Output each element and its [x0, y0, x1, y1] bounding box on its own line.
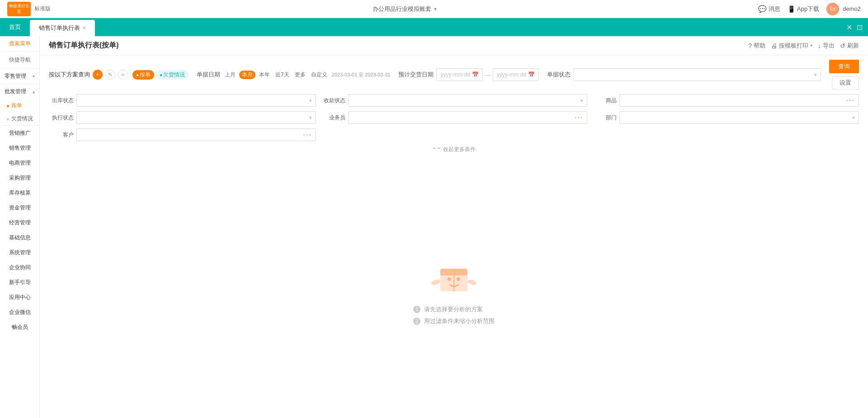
sidebar-search-label[interactable]: 搜索菜单: [4, 40, 36, 48]
sidebar-wholesale-label: 批发管理: [5, 88, 26, 95]
tab-sales-order-exec[interactable]: 销售订单执行表 ×: [30, 20, 95, 36]
empty-tip-2: 2 用过滤条件来缩小分析范围: [413, 317, 495, 325]
refresh-btn[interactable]: ↺ 刷新: [840, 42, 859, 50]
sidebar-item-member[interactable]: 畅会员: [0, 320, 39, 335]
page-title: 销售订单执行表(按单): [49, 41, 119, 50]
main-layout: 搜索菜单 快捷导航 零售管理 ▾ 批发管理 ▴ ● 按单 ● 欠货情况: [0, 36, 868, 418]
content-area: 销售订单执行表(按单) ? 帮助 🖨 按模板打印 ▾ ↓ 导出 ↺ 刷新: [40, 36, 868, 418]
sidebar-item-newbie[interactable]: 新手引导: [0, 275, 39, 290]
collapse-scheme-btn[interactable]: «: [118, 70, 128, 80]
sidebar-item-marketing[interactable]: 营销推广: [0, 126, 39, 141]
sidebar-item-wechat[interactable]: 企业微信: [0, 305, 39, 320]
topbar-center[interactable]: 办公用品行业模拟账套 ▾: [373, 5, 437, 13]
sidebar-item-purchase[interactable]: 采购管理: [0, 171, 39, 185]
page-selector-label: 办公用品行业模拟账套: [373, 5, 431, 13]
export-label: 导出: [823, 42, 835, 50]
collapse-up-icon: ⌃⌃: [432, 147, 441, 153]
scheme-tabs: ● 按单 ● 欠货情况: [132, 70, 189, 80]
sidebar-item-system[interactable]: 系统管理: [0, 245, 39, 260]
export-icon: ↓: [818, 42, 821, 49]
predict-date-end[interactable]: yyyy-mm-dd 📅: [493, 68, 539, 81]
collect-status-label: 收款状态: [321, 97, 345, 104]
goods-select[interactable]: ···: [619, 94, 859, 107]
edit-scheme-btn[interactable]: ✎: [105, 70, 115, 80]
tab-home[interactable]: 首页: [0, 18, 30, 36]
scheme-tab-shortage[interactable]: ● 欠货情况: [156, 70, 189, 80]
tab-home-label: 首页: [9, 23, 21, 31]
sidebar-sub-shortage[interactable]: ● 欠货情况: [0, 112, 39, 125]
date-tab-prev-month[interactable]: 上月: [223, 71, 237, 79]
date-tabs: 上月 本月 本年 近7天 更多 自定义: [223, 71, 329, 79]
out-status-select[interactable]: ▾: [76, 94, 316, 107]
sidebar-sub-by-order[interactable]: ● 按单: [0, 99, 39, 112]
tip-num-2: 2: [413, 318, 420, 325]
print-btn[interactable]: 🖨 按模板打印 ▾: [771, 42, 812, 50]
topbar-right: 💬 消息 📱 App下载 Ea demo2: [758, 3, 861, 15]
tab-close-icon[interactable]: ×: [83, 25, 86, 31]
message-btn[interactable]: 💬 消息: [758, 5, 780, 13]
sidebar-item-ecommerce[interactable]: 电商管理: [0, 156, 39, 171]
sidebar-item-basic-info[interactable]: 基础信息: [0, 230, 39, 245]
app-label: App下载: [797, 5, 819, 13]
sidebar-item-inventory[interactable]: 库存核算: [0, 185, 39, 200]
username: demo2: [843, 5, 861, 12]
sidebar-quick-nav-label[interactable]: 快捷导航: [0, 54, 39, 66]
query-btn[interactable]: 查询: [829, 60, 859, 73]
predict-date-start[interactable]: yyyy-mm-dd 📅: [436, 68, 482, 81]
date-tab-this-year[interactable]: 本年: [257, 71, 272, 79]
sidebar-retail-label: 零售管理: [5, 72, 26, 80]
sidebar-quick-nav[interactable]: 快捷导航: [0, 52, 39, 69]
sidebar-item-enterprise[interactable]: 企业协同: [0, 260, 39, 275]
customer-select[interactable]: ···: [76, 128, 316, 141]
dept-select[interactable]: ▾: [619, 111, 859, 124]
window-close-btn[interactable]: ✕: [846, 23, 852, 32]
sidebar-item-finance[interactable]: 资金管理: [0, 200, 39, 215]
logo-box: 畅捷通好生意: [7, 2, 31, 16]
date-tab-this-month[interactable]: 本月: [239, 71, 255, 79]
refresh-label: 刷新: [847, 42, 859, 50]
date-filter: 单据日期 上月 本月 本年 近7天 更多 自定义 2023-03-01 至 20…: [197, 71, 390, 79]
sidebar-item-wholesale[interactable]: 批发管理 ▴: [0, 84, 39, 99]
help-btn[interactable]: ? 帮助: [748, 42, 765, 50]
exec-status-select[interactable]: ▾: [76, 111, 316, 124]
retail-expand-icon: ▾: [33, 74, 35, 79]
sidebar-item-operations[interactable]: 经营管理: [0, 215, 39, 230]
sidebar-item-app-center[interactable]: 应用中心: [0, 290, 39, 305]
add-scheme-btn[interactable]: +: [93, 70, 103, 80]
salesperson-dots-icon: ···: [575, 114, 583, 122]
sidebar-item-retail[interactable]: 零售管理 ▾: [0, 69, 39, 84]
bill-status-select[interactable]: ▾: [573, 68, 821, 81]
sidebar-item-sales[interactable]: 销售管理: [0, 141, 39, 156]
sidebar: 搜索菜单 快捷导航 零售管理 ▾ 批发管理 ▴ ● 按单 ● 欠货情况: [0, 36, 40, 418]
sidebar-sub-shortage-label: 欠货情况: [11, 115, 33, 123]
scheme-tab-by-order[interactable]: ● 按单: [132, 70, 154, 80]
salesperson-select[interactable]: ···: [348, 111, 588, 124]
dept-field: 部门 ▾: [592, 111, 859, 124]
empty-state: 1 请先选择要分析的方案 2 用过滤条件来缩小分析范围: [40, 160, 868, 418]
bill-status-arrow-icon: ▾: [814, 72, 817, 78]
collapse-more-label: 收起更多条件: [443, 146, 476, 153]
user-menu[interactable]: Ea demo2: [826, 3, 861, 15]
export-btn[interactable]: ↓ 导出: [818, 42, 835, 50]
sidebar-search[interactable]: 搜索菜单: [0, 36, 39, 52]
message-icon: 💬: [758, 5, 767, 13]
svg-point-4: [457, 277, 460, 281]
window-expand-btn[interactable]: ⊡: [857, 23, 863, 32]
page-selector-arrow[interactable]: ▾: [434, 6, 437, 12]
page-header: 销售订单执行表(按单) ? 帮助 🖨 按模板打印 ▾ ↓ 导出 ↺ 刷新: [40, 36, 868, 55]
collect-status-select[interactable]: ▾: [348, 94, 588, 107]
app-download-btn[interactable]: 📱 App下载: [788, 5, 819, 13]
scheme-label: 按以下方案查询: [49, 71, 90, 79]
date-tab-more[interactable]: 更多: [293, 71, 307, 79]
svg-point-6: [467, 278, 476, 285]
date-tab-custom[interactable]: 自定义: [309, 71, 329, 79]
tip-text-1: 请先选择要分析的方案: [424, 305, 483, 314]
bill-status-label: 单据状态: [547, 71, 571, 79]
date-tab-7days[interactable]: 近7天: [274, 71, 291, 79]
settings-btn[interactable]: 设置: [832, 76, 859, 90]
predict-date-label: 预计交货日期: [398, 71, 434, 79]
empty-illustration: [431, 253, 476, 298]
filter-row2: 出库状态 ▾ 收款状态 ▾ 商品: [49, 94, 859, 107]
scheme-selector: 按以下方案查询 + ✎ «: [49, 70, 128, 80]
collapse-more-bar[interactable]: ⌃⌃ 收起更多条件: [49, 144, 859, 155]
